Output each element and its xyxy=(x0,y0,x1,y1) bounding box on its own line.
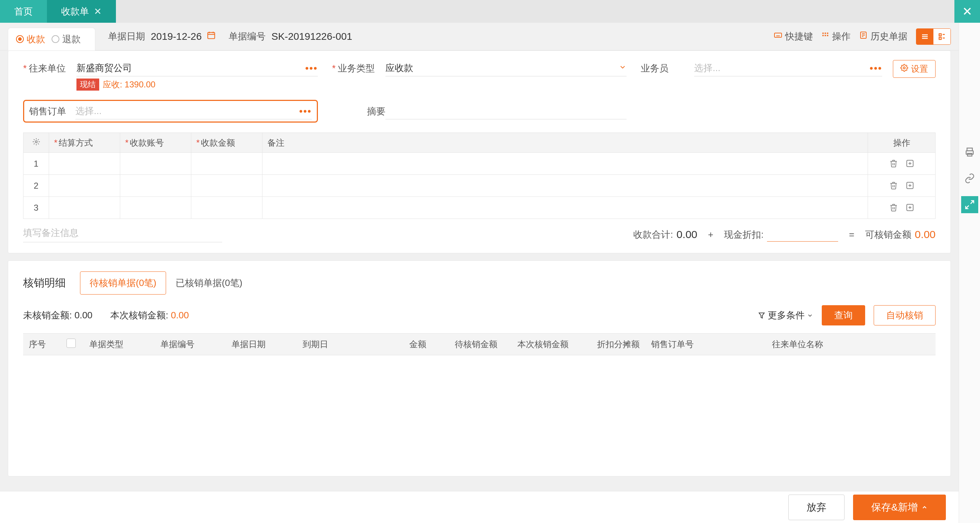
svg-rect-15 xyxy=(827,35,829,36)
add-row-icon[interactable] xyxy=(904,179,916,192)
checkbox-icon[interactable] xyxy=(67,339,76,348)
ellipsis-icon[interactable]: ••• xyxy=(299,106,312,117)
expand-icon[interactable] xyxy=(961,196,978,213)
note-input[interactable]: 填写备注信息 xyxy=(23,227,222,242)
salesman-input[interactable]: 选择... ••• xyxy=(694,60,882,76)
col-checkbox[interactable] xyxy=(59,334,84,355)
view-card-button[interactable] xyxy=(934,29,950,44)
document-header-bar: 收款 退款 单据日期 2019-12-26 单据编号 SK-20191226-0… xyxy=(0,23,959,51)
cell-ops xyxy=(868,175,935,197)
operate-link[interactable]: 操作 xyxy=(821,30,851,43)
sales-order-label: 销售订单 xyxy=(29,105,75,117)
grid-row[interactable]: 1 xyxy=(24,153,935,175)
view-list-button[interactable] xyxy=(916,29,934,44)
shortcut-link[interactable]: 快捷键 xyxy=(774,30,813,43)
col-type[interactable]: 单据类型 xyxy=(84,334,155,355)
customer-input[interactable]: 新盛商贸公司 ••• xyxy=(76,60,318,76)
grid-row[interactable]: 2 xyxy=(24,175,935,197)
verification-card: 核销明细 待核销单据(0笔) 已核销单据(0笔) 未核销金额: 0.00 本次核… xyxy=(8,260,951,477)
radio-receive[interactable]: 收款 xyxy=(16,33,45,46)
col-discount-share[interactable]: 折扣分摊额 xyxy=(574,334,645,355)
col-account[interactable]: 收款账号 xyxy=(120,133,191,153)
unverified-label: 未核销金额: xyxy=(23,310,72,320)
history-link[interactable]: 历史单据 xyxy=(859,30,907,43)
gear-icon xyxy=(900,64,908,74)
settings-button[interactable]: 设置 xyxy=(893,60,935,78)
form-card: 往来单位 新盛商贸公司 ••• 现结 应收: 1390.00 业务类型 xyxy=(8,51,951,253)
col-sales-order-no[interactable]: 销售订单号 xyxy=(645,334,766,355)
more-conditions-button[interactable]: 更多条件 xyxy=(758,309,813,322)
delete-row-icon[interactable] xyxy=(888,179,900,192)
column-gear[interactable] xyxy=(24,133,49,153)
cancel-button[interactable]: 放弃 xyxy=(788,494,845,520)
svg-rect-11 xyxy=(825,33,826,34)
sales-order-placeholder: 选择... xyxy=(75,105,102,117)
summary-row: 填写备注信息 收款合计: 0.00 + 现金折扣: = 可核销金额 0.00 xyxy=(23,219,935,242)
biz-type-select[interactable]: 应收款 xyxy=(385,60,627,76)
cell-method[interactable] xyxy=(49,175,120,197)
col-remark[interactable]: 备注 xyxy=(262,133,868,153)
total-value: 0.00 xyxy=(677,228,697,241)
tab-home[interactable]: 首页 xyxy=(0,0,47,23)
salesman-placeholder: 选择... xyxy=(694,62,721,74)
unverified-value: 0.00 xyxy=(74,310,92,320)
window-tabs-bar: 首页 收款单 ✕ ✕ xyxy=(0,0,980,23)
col-no[interactable]: 单据编号 xyxy=(155,334,226,355)
cell-amount[interactable] xyxy=(191,153,262,175)
summary-field: 摘要 xyxy=(332,100,627,122)
summary-input[interactable] xyxy=(385,103,627,119)
view-toggle xyxy=(916,29,951,45)
cell-account[interactable] xyxy=(120,153,191,175)
doc-date-value[interactable]: 2019-12-26 xyxy=(151,31,202,42)
ver-tab-pending[interactable]: 待核销单据(0笔) xyxy=(80,271,166,295)
cell-method[interactable] xyxy=(49,153,120,175)
col-amount[interactable]: 收款金额 xyxy=(191,133,262,153)
cell-account[interactable] xyxy=(120,175,191,197)
svg-rect-23 xyxy=(939,34,941,36)
tab-receipt[interactable]: 收款单 ✕ xyxy=(47,0,116,23)
link-icon[interactable] xyxy=(961,170,978,187)
close-tab-icon[interactable]: ✕ xyxy=(94,6,102,17)
print-icon[interactable] xyxy=(961,144,978,161)
svg-rect-4 xyxy=(775,33,781,37)
svg-rect-14 xyxy=(825,35,826,36)
more-conditions-label: 更多条件 xyxy=(768,309,805,322)
salesman-label: 业务员 xyxy=(641,62,694,74)
radio-refund[interactable]: 退款 xyxy=(52,33,81,46)
discount-input[interactable] xyxy=(767,227,838,242)
query-button[interactable]: 查询 xyxy=(822,305,865,325)
cell-remark[interactable] xyxy=(262,197,868,219)
doc-date-field: 单据日期 2019-12-26 xyxy=(108,30,216,43)
cell-account[interactable] xyxy=(120,197,191,219)
cell-remark[interactable] xyxy=(262,153,868,175)
sales-order-input[interactable]: 选择... ••• xyxy=(75,103,312,119)
delete-row-icon[interactable] xyxy=(888,157,900,170)
col-customer-name[interactable]: 往来单位名称 xyxy=(766,334,935,355)
this-verify-label: 本次核销金额: xyxy=(110,310,168,320)
window-close-button[interactable]: ✕ xyxy=(955,0,980,23)
cell-amount[interactable] xyxy=(191,197,262,219)
cell-method[interactable] xyxy=(49,197,120,219)
svg-line-42 xyxy=(970,201,974,204)
add-row-icon[interactable] xyxy=(904,157,916,170)
save-and-new-button[interactable]: 保存&新增 xyxy=(853,494,946,520)
equals-symbol: = xyxy=(849,229,854,240)
col-this-time[interactable]: 本次核销金额 xyxy=(503,334,574,355)
ver-tab-done[interactable]: 已核销单据(0笔) xyxy=(166,271,252,295)
cell-amount[interactable] xyxy=(191,175,262,197)
col-due[interactable]: 到期日 xyxy=(297,334,382,355)
plus-symbol: + xyxy=(708,229,713,240)
delete-row-icon[interactable] xyxy=(888,201,900,214)
col-amount[interactable]: 金额 xyxy=(382,334,432,355)
calendar-icon[interactable] xyxy=(207,30,216,42)
auto-verify-button[interactable]: 自动核销 xyxy=(874,305,935,325)
col-seq[interactable]: 序号 xyxy=(23,334,59,355)
col-pending[interactable]: 待核销金额 xyxy=(432,334,503,355)
col-date[interactable]: 单据日期 xyxy=(226,334,297,355)
add-row-icon[interactable] xyxy=(904,201,916,214)
cell-remark[interactable] xyxy=(262,175,868,197)
ellipsis-icon[interactable]: ••• xyxy=(305,63,318,74)
grid-row[interactable]: 3 xyxy=(24,197,935,219)
col-settle-method[interactable]: 结算方式 xyxy=(49,133,120,153)
ellipsis-icon[interactable]: ••• xyxy=(870,63,882,74)
